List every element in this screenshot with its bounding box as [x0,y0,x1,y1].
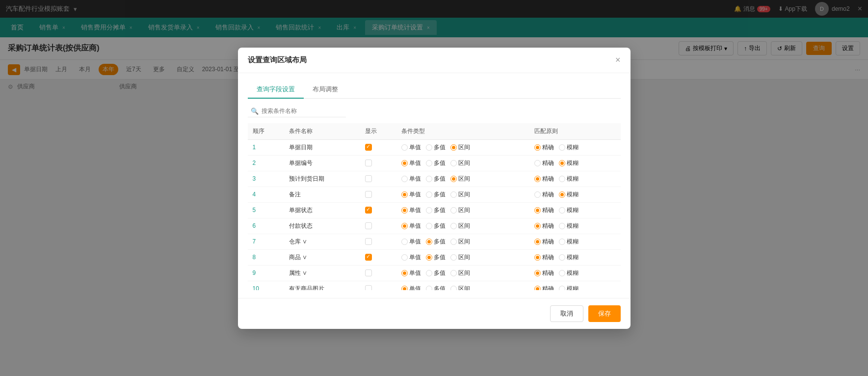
tab-layout[interactable]: 布局调整 [304,81,347,94]
settings-modal: 设置查询区域布局 × 查询字段设置 布局调整 🔍 顺序 [238,48,631,94]
modal-header: 设置查询区域布局 × [238,48,631,73]
modal-body: 查询字段设置 布局调整 🔍 顺序 条件名称 显示 条件类型 [238,73,631,94]
modal-tabs: 查询字段设置 布局调整 [248,81,621,94]
tab-query-fields[interactable]: 查询字段设置 [248,81,304,94]
modal-close-button[interactable]: × [615,55,621,64]
modal-overlay: 设置查询区域布局 × 查询字段设置 布局调整 🔍 顺序 [0,0,868,94]
modal-title: 设置查询区域布局 [248,55,307,65]
